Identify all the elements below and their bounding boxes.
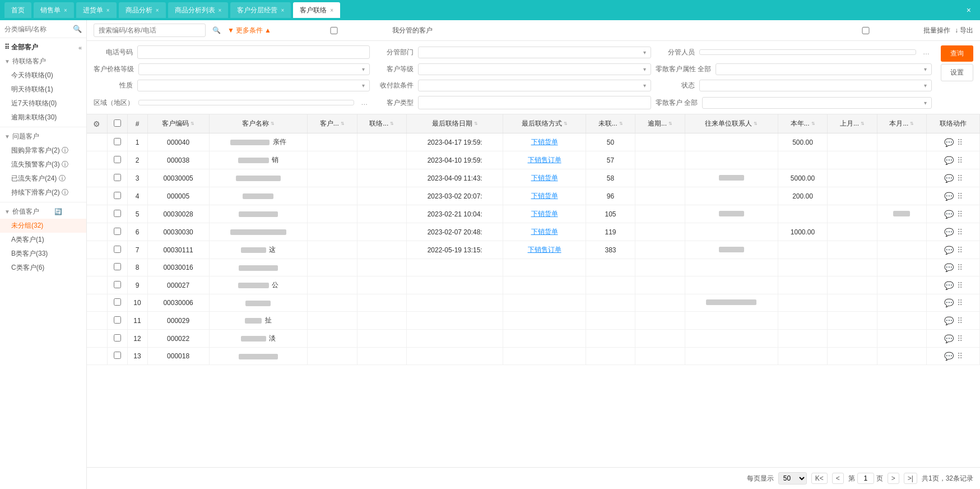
tab-product-list[interactable]: 商品分析列表 ×: [168, 2, 229, 18]
action-grid-icon[interactable]: ⠿: [957, 298, 963, 307]
action-message-icon[interactable]: 💬: [944, 352, 954, 361]
tab-customer-tier[interactable]: 客户分层经营 ×: [230, 2, 291, 18]
action-grid-icon[interactable]: ⠿: [957, 228, 963, 237]
row-checkbox[interactable]: [107, 294, 127, 312]
row-check[interactable]: [114, 316, 121, 324]
sidebar-item-churn-warn[interactable]: 流失预警客户(3) ⓘ: [0, 158, 86, 172]
sort-lcd-icon[interactable]: ⇅: [474, 121, 478, 126]
row-check[interactable]: [114, 210, 121, 217]
nature-select[interactable]: ▾: [137, 80, 370, 91]
action-message-icon[interactable]: 💬: [944, 138, 954, 147]
row-checkbox[interactable]: [107, 223, 127, 241]
settings-gear-icon[interactable]: ⚙: [93, 119, 100, 128]
sort-overdue-icon[interactable]: ⇅: [668, 121, 672, 126]
row-checkbox[interactable]: [107, 187, 127, 205]
row-check[interactable]: [114, 281, 121, 288]
action-grid-icon[interactable]: ⠿: [957, 281, 963, 290]
person-dots-icon[interactable]: …: [921, 48, 932, 56]
row-check[interactable]: [114, 334, 121, 342]
my-customers-checkbox[interactable]: 我分管的客户: [278, 26, 433, 35]
row-check[interactable]: [114, 174, 121, 181]
query-button[interactable]: 查询: [941, 45, 973, 62]
sidebar-item-tomorrow[interactable]: 明天待联络(1): [0, 82, 86, 96]
th-overdue[interactable]: 逾期... ⇅: [635, 114, 685, 133]
sidebar-item-class-b[interactable]: B类客户(33): [0, 247, 86, 261]
sidebar-search-input[interactable]: [4, 25, 71, 33]
sort-uc-icon[interactable]: ⇅: [754, 121, 758, 126]
action-message-icon[interactable]: 💬: [944, 246, 954, 255]
action-grid-icon[interactable]: ⠿: [957, 210, 963, 219]
search-input[interactable]: [94, 24, 206, 37]
row-checkbox[interactable]: [107, 205, 127, 223]
row-checkbox[interactable]: [107, 330, 127, 348]
first-page-button[interactable]: K<: [811, 473, 828, 484]
row-checkbox[interactable]: [107, 151, 127, 169]
sidebar-item-declining[interactable]: 持续下滑客户(2) ⓘ: [0, 186, 86, 200]
row-last-contact-method[interactable]: [503, 276, 586, 294]
row-check[interactable]: [114, 298, 121, 306]
row-last-contact-method[interactable]: 下销货单: [503, 223, 586, 241]
th-contact[interactable]: 联络... ⇅: [357, 114, 406, 133]
row-checkbox[interactable]: [107, 241, 127, 259]
row-last-contact-method[interactable]: 下销售订单: [503, 151, 586, 169]
row-last-contact-method[interactable]: 下销货单: [503, 187, 586, 205]
row-last-contact-method[interactable]: 下销货单: [503, 169, 586, 187]
sidebar-item-class-a[interactable]: A类客户(1): [0, 233, 86, 247]
action-grid-icon[interactable]: ⠿: [957, 246, 963, 255]
sort-contact-icon[interactable]: ⇅: [390, 121, 394, 126]
row-checkbox[interactable]: [107, 276, 127, 294]
row-checkbox[interactable]: [107, 312, 127, 330]
row-last-contact-method[interactable]: [503, 294, 586, 312]
my-customers-check[interactable]: [278, 27, 390, 34]
action-message-icon[interactable]: 💬: [944, 298, 954, 307]
sidebar-item-churned[interactable]: 已流失客户(24) ⓘ: [0, 172, 86, 186]
payment-select[interactable]: ▾: [418, 80, 651, 91]
row-last-contact-method[interactable]: [503, 259, 586, 276]
action-grid-icon[interactable]: ⠿: [957, 316, 963, 325]
action-grid-icon[interactable]: ⠿: [957, 263, 963, 272]
reset-button[interactable]: 设置: [941, 64, 973, 81]
row-checkbox[interactable]: [107, 169, 127, 187]
sort-lm-icon[interactable]: ⇅: [861, 121, 865, 126]
action-message-icon[interactable]: 💬: [944, 281, 954, 290]
prev-page-button[interactable]: <: [832, 473, 844, 484]
sort-ty-icon[interactable]: ⇅: [811, 121, 815, 126]
tab-customer-tier-close[interactable]: ×: [281, 7, 284, 13]
action-message-icon[interactable]: 💬: [944, 334, 954, 343]
next-page-button[interactable]: >: [888, 473, 899, 484]
row-checkbox[interactable]: [107, 348, 127, 365]
sidebar-item-class-c[interactable]: C类客户(6): [0, 261, 86, 275]
retail-attr-select[interactable]: ▾: [716, 63, 932, 75]
th-last-contact-date[interactable]: 最后联络日期 ⇅: [406, 114, 503, 133]
tab-product-analysis[interactable]: 商品分析 ×: [119, 2, 166, 18]
row-last-contact-method[interactable]: [503, 312, 586, 330]
tab-purchase[interactable]: 进货单 ×: [76, 2, 117, 18]
row-last-contact-method[interactable]: [503, 348, 586, 365]
row-last-contact-method[interactable]: 下销货单: [503, 133, 586, 151]
sidebar-group-problem[interactable]: ▼ 问题客户: [0, 130, 86, 144]
sort-nc-icon[interactable]: ⇅: [619, 121, 623, 126]
batch-checkbox[interactable]: [810, 27, 922, 34]
batch-op-button[interactable]: 批量操作: [810, 26, 950, 35]
sidebar-item-abnormal[interactable]: 囤购异常客户(2) ⓘ: [0, 144, 86, 158]
action-grid-icon[interactable]: ⠿: [957, 138, 963, 147]
th-last-month[interactable]: 上月... ⇅: [828, 114, 877, 133]
row-checkbox[interactable]: [107, 133, 127, 151]
action-message-icon[interactable]: 💬: [944, 210, 954, 219]
more-conditions-button[interactable]: ▼ 更多条件 ▲: [227, 26, 271, 35]
retail-select[interactable]: ▾: [702, 97, 932, 109]
row-check[interactable]: [114, 138, 121, 145]
all-customers-header[interactable]: ⠿ 全部客户 «: [0, 38, 86, 54]
row-check[interactable]: [114, 246, 121, 253]
sidebar-group-waiting[interactable]: ▼ 待联络客户: [0, 54, 86, 68]
tab-customer-contact[interactable]: 客户联络 ×: [293, 2, 340, 18]
region-dots-icon[interactable]: …: [359, 99, 370, 107]
row-checkbox[interactable]: [107, 259, 127, 276]
phone-input[interactable]: [137, 45, 370, 59]
action-grid-icon[interactable]: ⠿: [957, 334, 963, 343]
action-message-icon[interactable]: 💬: [944, 263, 954, 272]
row-check[interactable]: [114, 192, 121, 199]
dept-select[interactable]: ▾: [418, 47, 651, 58]
action-grid-icon[interactable]: ⠿: [957, 192, 963, 201]
person-select[interactable]: [699, 49, 916, 55]
